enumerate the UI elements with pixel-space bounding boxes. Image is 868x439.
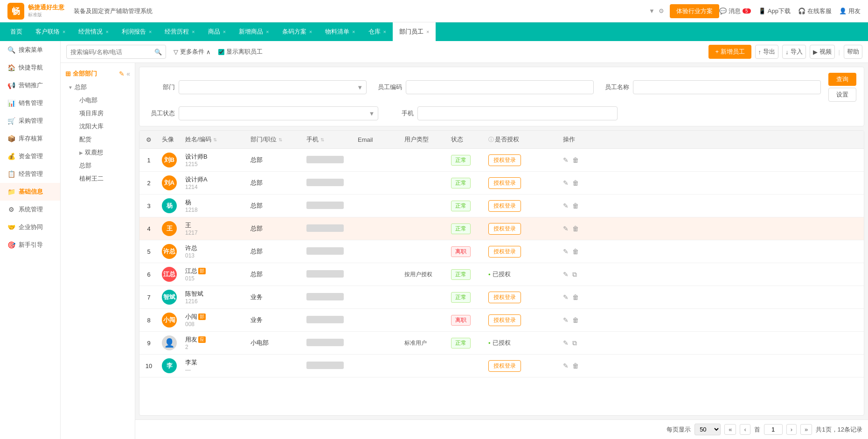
user-btn[interactable]: 👤 用友 xyxy=(839,7,861,15)
sidebar-item-search[interactable]: 🔍 搜索菜单 xyxy=(0,41,60,59)
dept-node-headquarters[interactable]: ▼ 总部 xyxy=(61,81,135,94)
delete-icon[interactable]: 🗑 xyxy=(572,248,579,255)
show-resigned-checkbox[interactable]: 显示离职员工 xyxy=(218,48,263,56)
emp-code-input[interactable] xyxy=(406,80,594,94)
settings-icon[interactable]: ⚙ xyxy=(659,7,664,14)
tab-close-icon[interactable]: × xyxy=(149,29,152,35)
phone-input[interactable] xyxy=(417,106,617,120)
sidebar-item-finance[interactable]: 💰 资金管理 xyxy=(0,147,60,165)
prev-page-button[interactable]: ‹ xyxy=(740,424,750,435)
sort-name-icon[interactable]: ⇅ xyxy=(213,137,217,142)
sort-phone-icon[interactable]: ⇅ xyxy=(320,137,324,142)
tab-customer[interactable]: 客户联络× xyxy=(29,22,72,41)
tab-warehouse[interactable]: 仓库× xyxy=(362,22,393,41)
tab-home[interactable]: 首页 xyxy=(4,22,29,41)
dept-add-icon[interactable]: ✎ xyxy=(119,70,125,77)
copy-icon[interactable]: ⧉ xyxy=(572,271,577,279)
tab-close-icon[interactable]: × xyxy=(383,29,386,35)
app-download-btn[interactable]: 📱 App下载 xyxy=(758,7,791,15)
sidebar-item-business[interactable]: 📋 经营管理 xyxy=(0,165,60,183)
tab-close-icon[interactable]: × xyxy=(266,29,269,35)
sidebar-item-marketing[interactable]: 📢 营销推广 xyxy=(0,77,60,94)
tab-history[interactable]: 经营历程× xyxy=(158,22,201,41)
dept-node-zhishu[interactable]: 植树王二 xyxy=(72,172,135,185)
tab-close-icon[interactable]: × xyxy=(192,29,194,35)
auth-login-button[interactable]: 授权登录 xyxy=(488,360,521,372)
tab-operation[interactable]: 经营情况× xyxy=(72,22,115,41)
tab-close-icon[interactable]: × xyxy=(62,29,65,35)
dept-node-shuanglu[interactable]: ▶ 双鹿想 xyxy=(72,146,135,159)
tab-close-icon[interactable]: × xyxy=(223,29,226,35)
tab-close-icon[interactable]: × xyxy=(105,29,108,35)
tab-employees[interactable]: 部门员工× xyxy=(393,22,436,41)
message-btn[interactable]: 💬 消息 5 xyxy=(719,7,751,15)
dept-select[interactable] xyxy=(179,80,367,94)
sidebar-item-inventory[interactable]: 📦 库存核算 xyxy=(0,130,60,147)
tab-close-icon[interactable]: × xyxy=(426,29,429,35)
edit-icon[interactable]: ✎ xyxy=(563,339,569,347)
system-title-arrow[interactable]: ▼ xyxy=(649,7,655,14)
sidebar-item-basic[interactable]: 📁 基础信息 xyxy=(0,183,60,201)
dept-node-project[interactable]: 项目库房 xyxy=(72,107,135,120)
copy-icon[interactable]: ⧉ xyxy=(572,339,577,347)
settings-icon[interactable]: ⚙ xyxy=(146,136,152,143)
sidebar-item-nav[interactable]: 🏠 快捷导航 xyxy=(0,59,60,77)
dept-node-delivery[interactable]: 配货 xyxy=(72,133,135,146)
dept-node-general[interactable]: 总部 xyxy=(72,159,135,172)
page-number-input[interactable] xyxy=(764,424,783,435)
search-input[interactable] xyxy=(70,49,154,56)
tab-close-icon[interactable]: × xyxy=(352,29,355,35)
sidebar-item-system[interactable]: ⚙ 系统管理 xyxy=(0,201,60,218)
auth-login-button[interactable]: 授权登录 xyxy=(488,314,521,326)
add-employee-button[interactable]: + 新增员工 xyxy=(708,45,751,59)
tab-close-icon[interactable]: × xyxy=(309,29,312,35)
status-select[interactable] xyxy=(179,106,378,120)
tab-add-goods[interactable]: 新增商品× xyxy=(232,22,275,41)
video-button[interactable]: ▶ 视频 xyxy=(810,45,835,59)
import-button[interactable]: ↓ 导入 xyxy=(782,45,806,59)
delete-icon[interactable]: 🗑 xyxy=(572,179,579,187)
delete-icon[interactable]: 🗑 xyxy=(572,156,579,164)
sidebar-item-sales[interactable]: 📊 销售管理 xyxy=(0,94,60,112)
export-button[interactable]: ↑ 导出 xyxy=(755,45,779,59)
tab-bom[interactable]: 物料清单× xyxy=(319,22,361,41)
tab-profit[interactable]: 利润报告× xyxy=(115,22,158,41)
first-page-button[interactable]: « xyxy=(724,424,736,435)
sidebar-item-purchase[interactable]: 🛒 采购管理 xyxy=(0,112,60,130)
page-size-select[interactable]: 50 100 xyxy=(694,424,721,435)
set-button[interactable]: 设置 xyxy=(828,88,856,102)
last-page-button[interactable]: » xyxy=(800,424,812,435)
tab-barcode[interactable]: 条码方案× xyxy=(276,22,319,41)
sidebar-item-guide[interactable]: 🎯 新手引导 xyxy=(0,236,60,254)
edit-icon[interactable]: ✎ xyxy=(563,202,569,209)
next-page-button[interactable]: › xyxy=(786,424,797,435)
edit-icon[interactable]: ✎ xyxy=(563,225,569,232)
trial-button[interactable]: 体验行业方案 xyxy=(670,4,719,18)
edit-icon[interactable]: ✎ xyxy=(563,248,569,255)
delete-icon[interactable]: 🗑 xyxy=(572,202,579,209)
edit-icon[interactable]: ✎ xyxy=(563,362,569,369)
dept-node-small-elec[interactable]: 小电部 xyxy=(72,94,135,107)
edit-icon[interactable]: ✎ xyxy=(563,156,569,164)
auth-login-button[interactable]: 授权登录 xyxy=(488,292,521,303)
edit-icon[interactable]: ✎ xyxy=(563,293,569,301)
auth-login-button[interactable]: 授权登录 xyxy=(488,177,521,189)
sidebar-item-collab[interactable]: 🤝 企业协同 xyxy=(0,218,60,236)
dept-collapse-icon[interactable]: « xyxy=(126,70,130,77)
auth-login-button[interactable]: 授权登录 xyxy=(488,223,521,235)
delete-icon[interactable]: 🗑 xyxy=(572,293,579,301)
tab-goods[interactable]: 商品× xyxy=(201,22,232,41)
delete-icon[interactable]: 🗑 xyxy=(572,316,579,324)
dept-node-shenyang[interactable]: 沈阳大库 xyxy=(72,120,135,133)
edit-icon[interactable]: ✎ xyxy=(563,179,569,187)
more-filter-btn[interactable]: ▽ 更多条件 ∧ xyxy=(170,45,215,59)
online-service-btn[interactable]: 🎧 在线客服 xyxy=(798,7,832,15)
help-button[interactable]: 帮助 xyxy=(844,45,862,59)
emp-name-input[interactable] xyxy=(633,80,821,94)
delete-icon[interactable]: 🗑 xyxy=(572,225,579,232)
auth-login-button[interactable]: 授权登录 xyxy=(488,154,521,166)
edit-icon[interactable]: ✎ xyxy=(563,271,569,278)
delete-icon[interactable]: 🗑 xyxy=(572,362,579,369)
sort-dept-icon[interactable]: ⇅ xyxy=(278,137,282,142)
auth-login-button[interactable]: 授权登录 xyxy=(488,200,521,212)
